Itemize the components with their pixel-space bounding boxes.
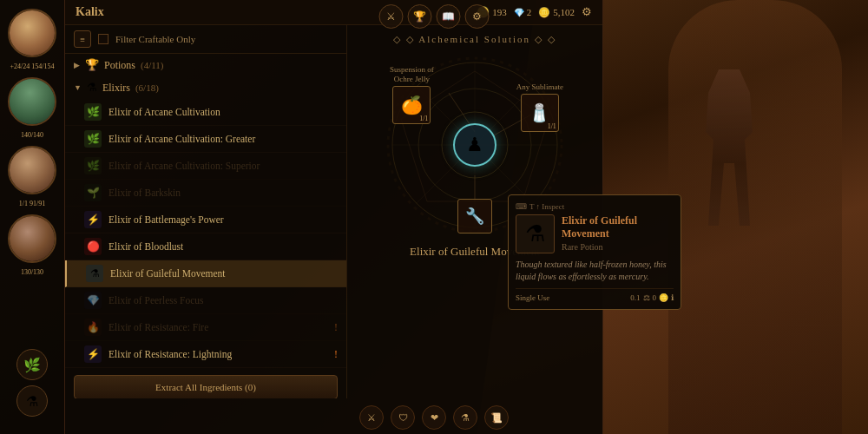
ingredient-bottom-box[interactable]: 🔧 [457,199,492,233]
avatar-2[interactable] [8,77,56,126]
list-item[interactable]: ⚡ Elixir of Battlemage's Power [65,207,346,233]
ingredient-left-box[interactable]: 🍊 1/1 [392,86,431,124]
panel-header: Kalix 🪙 193 💎 2 🪙 5,102 ⚙ [65,0,602,25]
weight-icon: ⚖ [643,293,650,302]
panel-content: ≡ Filter Craftable Only ▶ 🏆 Potions (4/1… [65,25,602,398]
item-icon: 🌿 [84,130,102,148]
avatar-3[interactable] [8,146,56,194]
tooltip-footer-icons: 0.1 ⚖ 0 🪙 ℹ [630,293,674,302]
list-item[interactable]: 🔥 Elixir of Resistance: Fire ! [65,314,346,341]
avatar-4-stats: 130/130 [21,268,43,276]
elixirs-count: (6/18) [135,82,159,93]
list-item[interactable]: 🔴 Elixir of Bloodlust [65,233,346,260]
nav-dot-sword[interactable]: ⚔ [359,405,384,430]
list-item[interactable]: 💎 Elixir of Peerless Focus [65,287,346,314]
ingredient-slot-left: Suspension of Ochre Jelly 🍊 1/1 [390,65,434,124]
item-name: Elixir of Peerless Focus [108,295,338,306]
list-item[interactable]: 🌿 Elixir of Arcane Cultivation: Greater [65,126,346,153]
item-icon: 🌿 [84,103,102,121]
list-item-active[interactable]: ⚗ Elixir of Guileful Movement [65,260,346,287]
ingredient-slot-right: Any Sublimate 🧂 1/1 [516,82,563,132]
elixirs-category[interactable]: ▼ ⚗ Elixirs (6/18) [65,76,346,99]
avatar-2-stats: 140/140 [21,131,43,139]
elixirs-icon: ⚗ [87,81,97,95]
tooltip-item-header: ⚗ Elixir of Guileful Movement Rare Potio… [516,214,674,253]
item-name: Elixir of Resistance: Fire [108,322,327,332]
item-name: Elixir of Barkskin [108,187,338,198]
top-icon-trophy[interactable]: 🏆 [408,4,432,29]
list-item[interactable]: 🌿 Elixir of Arcane Cultivation: Superior [65,153,346,180]
elixirs-arrow: ▼ [74,83,82,92]
ingredient-right-box[interactable]: 🧂 1/1 [521,94,559,132]
list-item[interactable]: 🌱 Elixir of Barkskin [65,180,346,207]
item-icon: 🌿 [84,157,102,174]
tooltip-footer: Single Use 0.1 ⚖ 0 🪙 ℹ [516,288,674,302]
top-icon-gear[interactable]: ⚙ [465,4,490,29]
warning-icon: ! [334,348,338,361]
tooltip-description: Though textured like half-frozen honey, … [516,259,674,283]
tooltip-inspect: ⌨ T ↑ Inspect [516,202,674,211]
filter-row: ≡ Filter Craftable Only [65,25,346,54]
gem-amount: 💎 2 [514,7,532,17]
filter-label: Filter Craftable Only [115,34,195,44]
top-icon-book[interactable]: 📖 [437,4,461,29]
bottom-left-icon-1[interactable]: 🌿 [16,349,48,380]
elixirs-name: Elixirs [102,82,130,95]
tooltip-usage: Single Use [516,293,549,302]
potions-icon: 🏆 [85,58,99,72]
craftable-checkbox[interactable] [98,34,108,44]
item-icon: 🌱 [84,184,102,201]
ingredient-right-count: 1/1 [548,122,556,130]
item-name: Elixir of Battlemage's Power [108,214,338,225]
other-currency-icon: 🪙 [538,7,550,18]
item-name: Elixir of Arcane Cultivation [108,107,338,117]
filter-icon[interactable]: ≡ [74,30,91,48]
item-icon: 🔥 [84,319,102,336]
extract-button[interactable]: Extract All Ingredients (0) [74,375,338,398]
ingredient-slot-bottom: 🔧 [457,199,492,233]
tooltip-item-name: Elixir of Guileful Movement [562,214,674,240]
bottom-left-icon-2[interactable]: ⚗ [16,385,48,417]
ingredient-left-label: Suspension of Ochre Jelly [390,65,434,84]
list-item[interactable]: ⚡ Elixir of Resistance: Lightning ! [65,341,346,368]
tooltip-item-image: ⚗ [516,214,555,253]
gold-coin-icon: 🪙 [659,293,668,302]
currency-display: 🪙 193 💎 2 🪙 5,102 ⚙ [477,5,592,19]
warning-icon: ! [334,321,338,334]
avatar-1[interactable] [8,9,56,57]
potions-arrow: ▶ [74,61,80,69]
item-icon: 🔴 [84,238,102,255]
potions-category[interactable]: ▶ 🏆 Potions (4/11) [65,54,346,76]
avatar-4[interactable] [8,214,56,263]
avatar-3-stats: 1/1 91/91 [19,200,45,207]
item-name: Elixir of Resistance: Lightning [108,349,327,359]
center-result-slot: ♟ [453,123,496,167]
settings-icon[interactable]: ⚙ [582,5,592,19]
item-list: ≡ Filter Craftable Only ▶ 🏆 Potions (4/1… [65,25,347,398]
gem-icon: 💎 [514,8,524,17]
top-icon-sword[interactable]: ⚔ [379,4,404,29]
nav-dot-flask[interactable]: ⚗ [453,405,477,430]
item-icon: 💎 [84,292,102,309]
item-icon: ⚡ [84,345,102,363]
potions-count: (4/11) [141,60,163,70]
list-item[interactable]: 🌿 Elixir of Arcane Cultivation [65,99,346,126]
bottom-nav: ⚔ 🛡 ❤ ⚗ 📜 [359,405,509,430]
recipe-area: ◇ ◇ Alchemical Solution ◇ ◇ [347,25,602,398]
nav-dot-scroll[interactable]: 📜 [484,405,509,430]
item-name: Elixir of Arcane Cultivation: Superior [108,161,338,171]
main-panel: Kalix 🪙 193 💎 2 🪙 5,102 ⚙ ≡ Fil [65,0,603,434]
potions-name: Potions [104,59,135,72]
tooltip-item-type: Rare Potion [562,242,674,252]
item-name: Elixir of Arcane Cultivation: Greater [108,134,338,144]
keyboard-icon: ⌨ [516,202,527,211]
nav-dot-shield[interactable]: 🛡 [391,405,415,430]
item-name-active: Elixir of Guileful Movement [110,268,338,279]
top-icon-bar: ⚔ 🏆 📖 ⚙ [375,0,494,33]
tooltip-popup: ⌨ T ↑ Inspect ⚗ Elixir of Guileful Movem… [508,194,681,310]
item-name: Elixir of Bloodlust [108,241,338,252]
character-figure [694,69,764,243]
nav-dot-heart[interactable]: ❤ [422,405,446,430]
item-icon-active: ⚗ [86,265,103,282]
tooltip-item-info: Elixir of Guileful Movement Rare Potion [562,214,674,253]
